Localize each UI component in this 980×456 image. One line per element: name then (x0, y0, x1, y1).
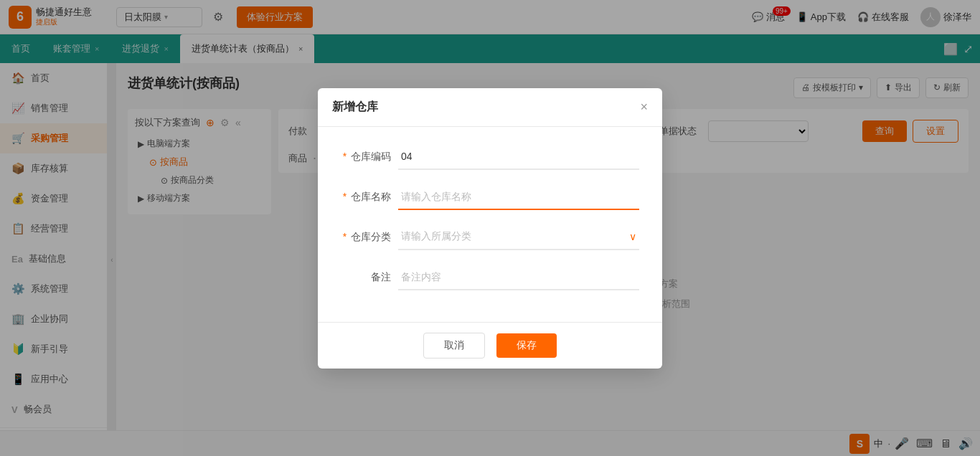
name-label: * 仓库名称 (341, 191, 398, 204)
form-row-name: * 仓库名称 (341, 184, 639, 210)
name-required-star: * (343, 191, 347, 202)
category-select[interactable]: 请输入所属分类 ∨ (398, 224, 639, 250)
category-required-star: * (343, 231, 347, 242)
category-label: * 仓库分类 (341, 231, 398, 244)
category-dropdown-arrow: ∨ (629, 231, 636, 242)
code-input[interactable] (398, 144, 639, 170)
form-row-note: 备注 (341, 265, 639, 290)
modal-close-button[interactable]: × (640, 100, 648, 115)
modal-header: 新增仓库 × (318, 88, 662, 127)
modal-overlay[interactable]: 新增仓库 × * 仓库编码 * 仓库名称 (0, 0, 980, 456)
note-label: 备注 (341, 271, 398, 284)
modal-footer: 取消 保存 (318, 322, 662, 369)
code-required-star: * (343, 151, 347, 162)
modal-body: * 仓库编码 * 仓库名称 * 仓库分类 请输入 (318, 127, 662, 322)
name-input[interactable] (398, 184, 639, 210)
cancel-button[interactable]: 取消 (423, 333, 485, 358)
modal-new-warehouse: 新增仓库 × * 仓库编码 * 仓库名称 (318, 88, 662, 369)
category-placeholder: 请输入所属分类 (401, 230, 471, 243)
note-input[interactable] (398, 265, 639, 290)
save-button[interactable]: 保存 (496, 333, 557, 358)
form-row-code: * 仓库编码 (341, 144, 639, 170)
modal-title: 新增仓库 (332, 100, 378, 115)
form-row-category: * 仓库分类 请输入所属分类 ∨ (341, 224, 639, 250)
code-label: * 仓库编码 (341, 151, 398, 163)
